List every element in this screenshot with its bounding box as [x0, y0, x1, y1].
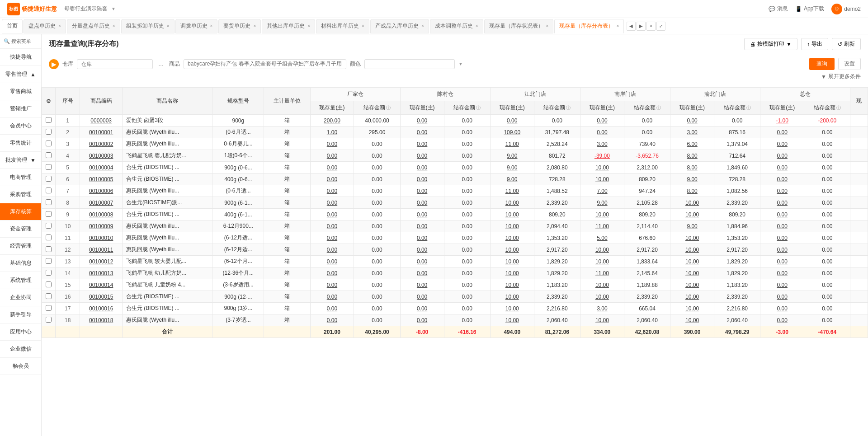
tab-close-icon[interactable]: ×: [307, 23, 310, 28]
cell-checkbox[interactable]: [42, 173, 56, 185]
export-button[interactable]: ↑ 导出: [801, 38, 828, 50]
tab-home[interactable]: 首页: [2, 19, 23, 33]
warehouse-dots-icon[interactable]: …: [156, 61, 165, 67]
warehouse-input[interactable]: [77, 59, 153, 69]
setting-button[interactable]: 设置: [838, 58, 861, 70]
tab-close-icon[interactable]: ×: [58, 23, 61, 28]
sidebar-item-basic-info[interactable]: 基础信息: [0, 255, 41, 272]
sidebar-item-retail-shop[interactable]: 零售商城: [0, 83, 41, 100]
sidebar-item-app-center[interactable]: 应用中心: [0, 323, 41, 341]
cell-checkbox[interactable]: [42, 150, 56, 162]
cell-camount: 0.00: [444, 127, 490, 138]
sidebar-item-wechat[interactable]: 企业微信: [0, 341, 41, 358]
app-download-button[interactable]: 📱 App下载: [795, 5, 824, 13]
tab-stock-status[interactable]: 现存量（库存状况表） ×: [484, 19, 554, 33]
info-icon[interactable]: ⓘ: [386, 105, 391, 110]
info-icon[interactable]: ⓘ: [656, 105, 661, 110]
cell-checkbox[interactable]: [42, 138, 56, 150]
dropdown-arrow-icon[interactable]: ▼: [111, 6, 116, 11]
cell-checkbox[interactable]: [42, 209, 56, 220]
tab-close-icon[interactable]: ×: [546, 23, 549, 28]
cell-fstock: 0.00: [310, 256, 354, 267]
cell-total-xstock: [850, 326, 868, 338]
sidebar-item-system[interactable]: 系统管理: [0, 272, 41, 289]
sidebar-item-retail-stats[interactable]: 零售统计: [0, 135, 41, 152]
cell-tstock: 0.00: [760, 291, 804, 303]
cell-checkbox[interactable]: [42, 115, 56, 127]
tab-transfer-history[interactable]: 调拨单历史 ×: [175, 19, 218, 33]
tab-assembly-history[interactable]: 组装拆卸单历史 ×: [121, 19, 175, 33]
cell-checkbox[interactable]: [42, 127, 56, 138]
cell-checkbox[interactable]: [42, 197, 56, 209]
cell-checkbox[interactable]: [42, 185, 56, 197]
sidebar-item-guide[interactable]: 新手引导: [0, 306, 41, 323]
cell-checkbox[interactable]: [42, 303, 56, 314]
tab-nav-expand[interactable]: ⤢: [656, 22, 665, 31]
tab-inventory-history[interactable]: 盘点单历史 ×: [24, 19, 66, 33]
sidebar-item-marketing[interactable]: 营销推广: [0, 100, 41, 117]
user-menu[interactable]: D demo2: [831, 4, 861, 14]
tab-nav-prev[interactable]: ◀: [627, 22, 636, 31]
info-icon[interactable]: ⓘ: [836, 105, 841, 110]
tab-cost-adjust[interactable]: 成本调整单历史 ×: [430, 19, 483, 33]
tab-close-icon[interactable]: ×: [253, 23, 256, 28]
cell-checkbox[interactable]: [42, 162, 56, 173]
expand-label: 展开更多条件: [828, 73, 861, 80]
filter-toggle-icon[interactable]: ▶: [49, 59, 59, 69]
tab-close-icon[interactable]: ×: [362, 23, 364, 28]
sidebar-item-purchase[interactable]: 采购管理: [0, 186, 41, 203]
cell-tamount: 0.00: [804, 220, 850, 232]
expand-filter-button[interactable]: ▼ 展开更多条件: [821, 73, 861, 80]
cell-checkbox[interactable]: [42, 291, 56, 303]
cell-checkbox[interactable]: [42, 267, 56, 279]
cell-cstock: 0.00: [400, 267, 444, 279]
cell-total-nstock: 334.00: [580, 326, 624, 338]
cell-checkbox[interactable]: [42, 279, 56, 291]
cell-checkbox[interactable]: [42, 244, 56, 256]
info-icon[interactable]: ⓘ: [476, 105, 481, 110]
query-button[interactable]: 查询: [809, 58, 835, 70]
tab-close-icon[interactable]: ×: [113, 23, 115, 28]
info-icon[interactable]: ⓘ: [566, 105, 571, 110]
col-fstock-header: 现存量(主): [310, 101, 354, 115]
sidebar-item-stock[interactable]: 库存核算: [0, 203, 41, 220]
tab-close-icon[interactable]: ×: [167, 23, 170, 28]
tab-outbound-history[interactable]: 其他出库单历史 ×: [262, 19, 315, 33]
cell-checkbox[interactable]: [42, 256, 56, 267]
refresh-button[interactable]: ↺ 刷新: [832, 38, 861, 50]
sidebar-item-member[interactable]: 会员中心: [0, 117, 41, 135]
message-button[interactable]: 💬 消息: [769, 5, 788, 13]
color-dropdown-icon[interactable]: ▼: [458, 61, 463, 66]
tab-product-inbound[interactable]: 产成品入库单历史 ×: [370, 19, 429, 33]
data-table: ⚙ 序号 商品编码 商品名称 规格型号 主计量单位 厂家仓 陈村仓 江北门店 南…: [42, 87, 868, 338]
tab-fen-inventory-history[interactable]: 分量盘点单历史 ×: [67, 19, 120, 33]
tab-close-icon[interactable]: ×: [476, 23, 478, 28]
sidebar-item-collab[interactable]: 企业协同: [0, 289, 41, 306]
sidebar-item-retail-mgmt[interactable]: 零售管理 ▲: [0, 66, 41, 83]
sidebar-item-ecommerce[interactable]: 电商管理: [0, 169, 41, 186]
tab-close-icon[interactable]: ×: [210, 23, 213, 28]
tab-order-history[interactable]: 要货单历史 ×: [218, 19, 261, 33]
tab-close-icon[interactable]: ×: [616, 23, 619, 28]
cell-namount: 0.00: [624, 127, 670, 138]
tab-nav-next[interactable]: ▶: [637, 22, 646, 31]
tab-material-history[interactable]: 材料出库单历史 ×: [316, 19, 369, 33]
color-input[interactable]: [364, 59, 455, 69]
tab-close-icon[interactable]: ×: [421, 23, 424, 28]
sidebar-item-operations[interactable]: 经营管理: [0, 238, 41, 255]
sidebar-item-wholesale[interactable]: 批发管理 ▼: [0, 152, 41, 169]
sidebar-search[interactable]: 🔍 搜索英单: [0, 34, 41, 49]
print-button[interactable]: 🖨 按模版打印 ▼: [744, 38, 797, 50]
tab-nav-close-all[interactable]: ×: [646, 22, 656, 31]
info-icon[interactable]: ⓘ: [746, 105, 751, 110]
sidebar-item-finance[interactable]: 资金管理: [0, 220, 41, 238]
cell-checkbox[interactable]: [42, 314, 56, 326]
cell-checkbox[interactable]: [42, 232, 56, 244]
cell-checkbox[interactable]: [42, 220, 56, 232]
sidebar-item-member2[interactable]: 畅会员: [0, 358, 41, 375]
tab-stock-distribution[interactable]: 现存量（库存分布表） ×: [554, 19, 624, 33]
goods-input[interactable]: [184, 59, 346, 69]
sidebar-item-quick-nav[interactable]: 快捷导航: [0, 49, 41, 66]
dropdown-selector[interactable]: 母婴行业演示陈套: [64, 5, 108, 13]
col-settings-icon[interactable]: ⚙: [42, 88, 56, 115]
